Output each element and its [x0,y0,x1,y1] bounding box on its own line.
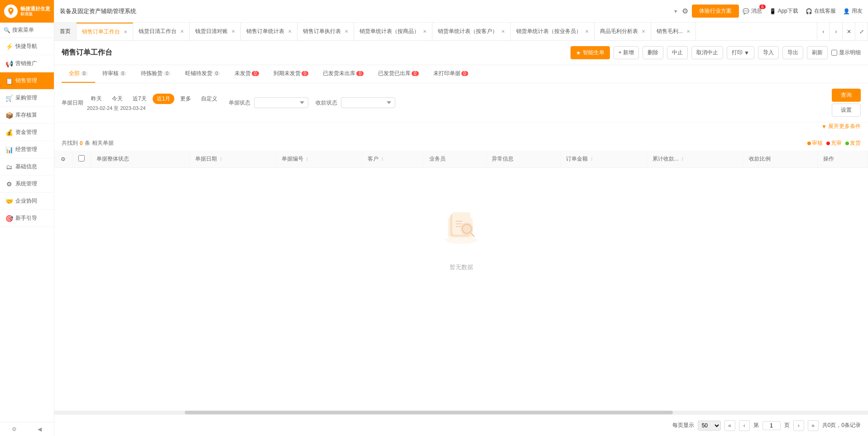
tab-cash-reconcile[interactable]: 钱货日清对账✕ [190,23,241,41]
suspend-button[interactable]: 中止 [667,46,688,59]
th-customer[interactable]: 客户 ↕ [362,151,423,168]
tab-sales-summary-staff[interactable]: 销货单统计表（按业务员）✕ [511,23,595,41]
tab-sales-stats[interactable]: 销售订单统计表✕ [241,23,297,41]
th-collected[interactable]: 累计收款... ↕ [647,151,743,168]
settings-icon[interactable]: ⚙ [682,7,688,15]
user-item[interactable]: 👤 用友 [843,7,863,15]
tab-next-btn[interactable]: › [830,23,843,41]
sidebar-item-quick-nav[interactable]: ⚡快捷导航 [0,38,54,55]
tab-close-sales-workbench[interactable]: ✕ [124,29,127,34]
sidebar-item-finance[interactable]: 💰资金管理 [0,124,54,141]
tab-close-sales-summary-product[interactable]: ✕ [423,29,427,34]
add-button[interactable]: + 新增 [614,46,639,59]
horizontal-scrollbar[interactable] [54,411,868,414]
sidebar-item-marketing[interactable]: 📢营销推广 [0,55,54,72]
scrollbar-thumb[interactable] [185,411,673,414]
date-filter: 单据日期 昨天今天近7天近1月更多自定义 2023-02-24 至 2023-0… [62,94,221,112]
status-select[interactable] [254,97,308,108]
sidebar-item-newbie[interactable]: 🎯新手引导 [0,210,54,227]
tab-close-all-btn[interactable]: ✕ [843,23,855,41]
sidebar-item-base-info[interactable]: 🗂基础信息 [0,158,54,175]
print-button[interactable]: 打印 ▼ [727,46,754,59]
sidebar-item-purchase[interactable]: 🛒采购管理 [0,90,54,107]
import-button[interactable]: 导入 [758,46,779,59]
delete-button[interactable]: 删除 [643,46,663,59]
tab-home[interactable]: 首页 [54,23,77,41]
tab-sales-summary-customer[interactable]: 销货单统计表（按客户）✕ [432,23,511,41]
show-detail-checkbox[interactable] [831,50,837,56]
last-page-btn[interactable]: » [808,420,819,431]
page-size-select[interactable]: 50 100 200 [698,421,721,431]
tab-label-sales-more: 销售毛利... [657,28,683,35]
sub-tab-all[interactable]: 全部0 [62,65,95,83]
app-download-item[interactable]: 📱 App下载 [769,7,798,15]
sub-tab-label-wangpu-pending: 旺铺待发货 [185,70,212,76]
sub-tab-pending-review[interactable]: 待审核0 [95,65,134,83]
column-settings-icon[interactable]: ⚙ [61,156,66,162]
payment-select[interactable] [341,97,395,108]
tab-sales-more[interactable]: 销售毛利...✕ [651,23,696,41]
th-staff[interactable]: 业务员 [424,151,486,168]
query-button[interactable]: 查询 [832,89,861,102]
date-btn-今天[interactable]: 今天 [108,94,127,104]
batch-btn-审核[interactable]: 审核 [807,139,823,147]
tab-sales-summary-product[interactable]: 销货单统计表（按商品）✕ [354,23,432,41]
cancel-suspend-button[interactable]: 取消中止 [691,46,723,59]
date-btn-昨天[interactable]: 昨天 [87,94,106,104]
th-amount[interactable]: 订单金额 ↕ [561,151,647,168]
tab-close-sales-exec[interactable]: ✕ [345,29,348,34]
tab-prev-btn[interactable]: ‹ [817,23,830,41]
sub-tab-pending-inspect[interactable]: 待拣验货0 [134,65,178,83]
tab-close-sales-more[interactable]: ✕ [686,29,690,34]
tab-close-sales-stats[interactable]: ✕ [288,29,292,34]
logo-subtitle: 标准版 [20,12,50,17]
sub-tab-shipped-not-out[interactable]: 已发货未出库0 [316,65,371,83]
collapse-btn[interactable]: ◀ [29,426,51,432]
sub-tab-not-printed[interactable]: 未打印单据0 [426,65,476,83]
tab-cash-daily[interactable]: 钱货日清工作台✕ [133,23,190,41]
sub-tab-not-shipped[interactable]: 未发货0 [227,65,266,83]
page-input[interactable] [762,421,781,430]
prev-page-btn[interactable]: ‹ [739,420,750,431]
sidebar-item-sales[interactable]: 📋销售管理 [0,72,54,90]
tab-close-cash-daily[interactable]: ✕ [180,29,184,34]
online-service-item[interactable]: 🎧 在线客服 [806,7,836,15]
sub-tab-overdue-not-shipped[interactable]: 到期未发货0 [266,65,316,83]
tab-sales-exec[interactable]: 销售订单执行表✕ [297,23,354,41]
sub-tab-wangpu-pending[interactable]: 旺铺待发货0 [178,65,228,83]
date-btn-更多[interactable]: 更多 [176,94,195,104]
next-page-btn[interactable]: › [793,420,804,431]
date-btn-近1月[interactable]: 近1月 [153,94,175,104]
expand-conditions-btn[interactable]: ▼ 展开更多条件 [821,123,861,130]
date-btn-自定义[interactable]: 自定义 [197,94,221,104]
tab-close-gross-margin[interactable]: ✕ [642,29,645,34]
batch-btn-发货[interactable]: 发货 [845,139,861,147]
tab-close-sales-summary-customer[interactable]: ✕ [501,29,505,34]
logo-icon [4,5,18,18]
tab-close-sales-summary-staff[interactable]: ✕ [585,29,589,34]
tab-gross-margin[interactable]: 商品毛利分析表✕ [595,23,651,41]
message-item[interactable]: 💬 消息 6 [743,7,762,15]
sidebar-item-system[interactable]: ⚙系统管理 [0,175,54,193]
first-page-btn[interactable]: « [724,420,735,431]
export-button[interactable]: 导出 [782,46,803,59]
search-menu-item[interactable]: 🔍 搜索菜单 [0,23,54,38]
settings-bottom-btn[interactable]: ⚙ [4,426,25,432]
tab-maximize-btn[interactable]: ⤢ [855,23,868,41]
th-number[interactable]: 单据编号 ↕ [276,151,362,168]
th-date[interactable]: 单据日期 ↕ [190,151,276,168]
batch-btn-充审[interactable]: 充审 [826,139,842,147]
smart-create-button[interactable]: ★ 智能生单 [571,46,610,59]
sidebar-item-enterprise[interactable]: 🤝企业协同 [0,193,54,210]
date-btn-近7天[interactable]: 近7天 [129,94,151,104]
set-button[interactable]: 设置 [832,104,861,117]
refresh-button[interactable]: 刷新 [807,46,828,59]
trial-button[interactable]: 体验行业方案 [692,5,739,18]
tab-close-cash-reconcile[interactable]: ✕ [231,29,235,34]
tab-sales-workbench[interactable]: 销售订单工作台✕ [77,23,133,41]
sidebar-item-operations[interactable]: 📊经营管理 [0,141,54,158]
select-all-checkbox[interactable] [78,155,85,161]
sub-tab-shipped-out[interactable]: 已发货已出库0 [371,65,426,83]
sidebar-item-inventory[interactable]: 📦库存核算 [0,107,54,124]
batch-label-充审: 充审 [831,139,842,147]
